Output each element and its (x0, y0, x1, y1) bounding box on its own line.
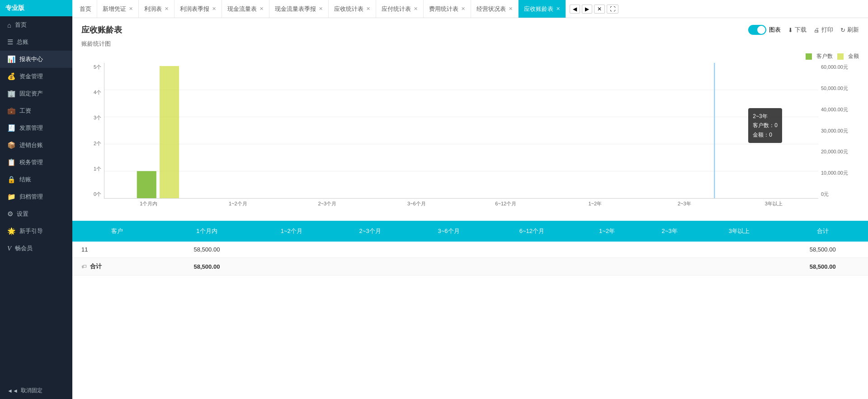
assets-icon: 🏢 (7, 90, 16, 98)
tab-voucher-label: 新增凭证 (103, 5, 126, 13)
page-content: 应收账龄表 图表 ⬇ 下载 🖨 打印 ↻ 刷新 (72, 18, 868, 399)
x-label-m1: 1个月内 (104, 200, 193, 207)
sidebar-item-assets[interactable]: 🏢 固定资产 (0, 85, 72, 102)
tab-profit-close[interactable]: ✕ (165, 6, 169, 12)
bar-m1-amount (160, 66, 179, 198)
sidebar-item-reports[interactable]: 📊 报表中心 (0, 51, 72, 68)
tab-cashflow[interactable]: 现金流量表 ✕ (222, 0, 269, 18)
cell-m12 (252, 242, 331, 258)
th-m1: 1个月内 (161, 221, 252, 242)
cell-y3plus (701, 242, 777, 258)
tab-expense-stat[interactable]: 费用统计表 ✕ (424, 0, 471, 18)
total-m36 (410, 258, 488, 276)
tab-cashflow-label: 现金流量表 (227, 5, 257, 13)
x-label-m36: 3~6个月 (372, 200, 462, 207)
tab-cashflow-quarter-label: 现金流量表季报 (275, 5, 316, 13)
chart-toggle[interactable] (748, 25, 766, 35)
tab-profit-quarter-close[interactable]: ✕ (212, 6, 216, 12)
sidebar-item-settings[interactable]: ⚙ 设置 (0, 205, 72, 223)
tab-ar-stat-close[interactable]: ✕ (366, 6, 370, 12)
tab-close-all-button[interactable]: ✕ (594, 5, 605, 14)
tab-prev-button[interactable]: ◀ (570, 5, 580, 14)
salary-icon: 💼 (7, 107, 16, 115)
sidebar-item-funds[interactable]: 💰 资金管理 (0, 68, 72, 85)
tab-cashflow-close[interactable]: ✕ (259, 6, 264, 12)
download-button[interactable]: ⬇ 下载 (788, 26, 807, 34)
x-label-y12: 1~2年 (551, 200, 640, 207)
tab-ar-stat[interactable]: 应收统计表 ✕ (329, 0, 376, 18)
download-icon: ⬇ (788, 27, 793, 33)
th-m12: 1~2个月 (252, 221, 331, 242)
total-m23 (331, 258, 410, 276)
tab-voucher[interactable]: 新增凭证 ✕ (97, 0, 139, 18)
sidebar-item-tax[interactable]: 📋 税务管理 (0, 154, 72, 171)
tab-profit-label: 利润表 (144, 5, 162, 13)
tab-ap-stat-close[interactable]: ✕ (414, 6, 418, 12)
sidebar-item-closing[interactable]: 🔒 结账 (0, 171, 72, 188)
tab-ar-stat-label: 应收统计表 (334, 5, 363, 13)
tab-home-label: 首页 (80, 5, 91, 13)
x-label-m12: 1~2个月 (193, 200, 283, 207)
cell-customer: 11 (72, 242, 161, 258)
table-row: 11 58,500.00 58,500.00 (72, 242, 868, 258)
total-icon: 🏷 (81, 264, 86, 269)
y-right-30k: 30,000.00元 (821, 128, 848, 134)
y-left-1: 1个 (94, 166, 101, 172)
th-m23: 2~3个月 (331, 221, 410, 242)
tab-ar-aging[interactable]: 应收账龄表 ✕ (519, 0, 566, 18)
tab-profit[interactable]: 利润表 ✕ (139, 0, 175, 18)
tab-ar-aging-label: 应收账龄表 (524, 5, 553, 13)
sidebar-item-member[interactable]: V 畅会员 (0, 240, 72, 257)
sidebar-item-inventory[interactable]: 📦 进销台账 (0, 137, 72, 154)
inventory-icon: 📦 (7, 141, 16, 149)
print-button[interactable]: 🖨 打印 (814, 26, 833, 34)
sidebar-item-ledger[interactable]: ☰ 总账 (0, 33, 72, 51)
legend-amount-dot (837, 53, 844, 60)
chart-plot-area: 2~3年 客户数：0 金额：0 (104, 63, 818, 199)
tab-profit-quarter-label: 利润表季报 (180, 5, 209, 13)
archive-icon: 📁 (7, 193, 16, 201)
sidebar-item-home[interactable]: ⌂ 首页 (0, 16, 72, 33)
tab-voucher-close[interactable]: ✕ (129, 6, 133, 12)
x-label-y23: 2~3年 (640, 200, 729, 207)
x-axis-labels: 1个月内 1~2个月 2~3个月 3~6个月 6~12个月 1~2年 2~3年 … (104, 200, 818, 207)
refresh-button[interactable]: ↻ 刷新 (840, 26, 859, 34)
arrow-left-icon: ◄◄ (7, 388, 18, 394)
legend-amount-label: 金额 (848, 52, 859, 60)
sidebar-item-guide[interactable]: 🌟 新手引导 (0, 223, 72, 240)
tab-profit-quarter[interactable]: 利润表季报 ✕ (175, 0, 222, 18)
ledger-icon: ☰ (7, 38, 13, 46)
sidebar: 专业版 ⌂ 首页 ☰ 总账 📊 报表中心 💰 资金管理 🏢 固定资产 💼 工资 … (0, 0, 72, 399)
sidebar-item-salary[interactable]: 💼 工资 (0, 102, 72, 119)
sidebar-label-guide: 新手引导 (19, 227, 43, 235)
unpin-sidebar-button[interactable]: ◄◄ 取消固定 (0, 382, 72, 399)
y-right-10k: 10,000.00元 (821, 170, 848, 176)
sidebar-item-archive[interactable]: 📁 归档管理 (0, 188, 72, 205)
tab-home[interactable]: 首页 (74, 0, 97, 18)
main-content: 首页 新增凭证 ✕ 利润表 ✕ 利润表季报 ✕ 现金流量表 ✕ 现金流量表季报 … (72, 0, 868, 399)
tab-biz-stat[interactable]: 经营状况表 ✕ (471, 0, 519, 18)
y-left-4: 4个 (94, 89, 101, 96)
sidebar-item-invoice[interactable]: 🧾 发票管理 (0, 119, 72, 137)
x-label-m612: 6~12个月 (461, 200, 551, 207)
tab-expense-stat-close[interactable]: ✕ (461, 6, 465, 12)
y-right-50k: 50,000.00元 (821, 85, 848, 92)
download-label: 下载 (795, 26, 807, 34)
tab-biz-stat-close[interactable]: ✕ (509, 6, 513, 12)
member-icon: V (7, 245, 11, 252)
x-label-y3plus: 3年以上 (729, 200, 819, 207)
tab-cashflow-quarter[interactable]: 现金流量表季报 ✕ (269, 0, 329, 18)
bar-m1-customers (137, 171, 156, 198)
th-y3plus: 3年以上 (701, 221, 777, 242)
tab-next-button[interactable]: ▶ (582, 5, 592, 14)
tab-maximize-button[interactable]: ⛶ (607, 5, 618, 14)
page-header: 应收账龄表 图表 ⬇ 下载 🖨 打印 ↻ 刷新 (72, 18, 868, 40)
tab-ap-stat[interactable]: 应付统计表 ✕ (376, 0, 424, 18)
tab-ar-aging-close[interactable]: ✕ (556, 6, 560, 12)
y-left-5: 5个 (94, 64, 101, 71)
total-m612 (488, 258, 576, 276)
table-header-row: 客户 1个月内 1~2个月 2~3个月 3~6个月 6~12个月 1~2年 2~… (72, 221, 868, 242)
tab-cashflow-quarter-close[interactable]: ✕ (319, 6, 323, 12)
y-right-0: 0元 (821, 191, 829, 198)
app-logo: 专业版 (0, 0, 72, 16)
